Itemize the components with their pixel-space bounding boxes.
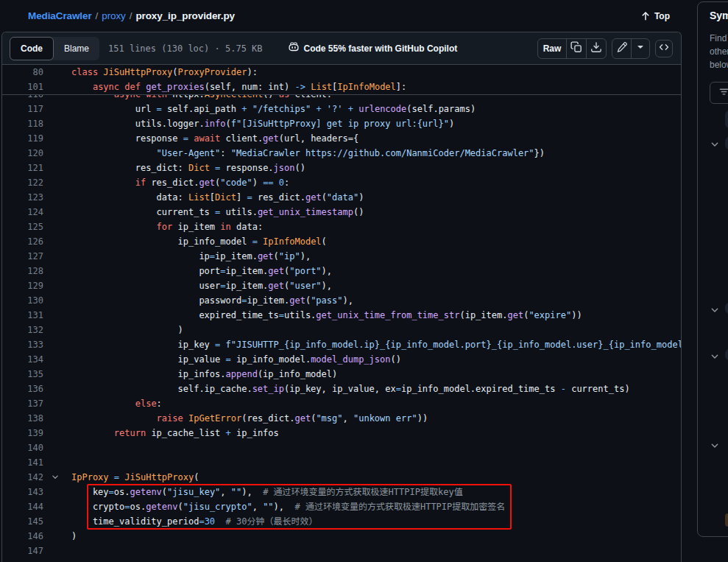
code-line-text: key=os.getenv("jisu_key", ""), # 通过环境变量的… [71, 485, 463, 499]
line-number[interactable]: 122 [2, 175, 43, 190]
code-line-text: async def get_proxies(self, num: int) ->… [71, 80, 406, 94]
code-token: urlencode [358, 104, 406, 114]
download-raw-file-button[interactable] [586, 39, 606, 58]
code-token: ) [71, 325, 183, 335]
code-line-127: 127 ip=ip_item.get("ip"), [2, 249, 681, 264]
symbol-item-chip[interactable] [725, 110, 728, 128]
line-number[interactable]: 132 [2, 323, 43, 337]
code-line-124: 124 current_ts = utils.get_unix_timestam… [2, 205, 681, 219]
code-line-text: else: [71, 396, 162, 411]
code-line-140: 140 [2, 440, 681, 455]
symbol-item-chip[interactable] [725, 303, 728, 314]
code-line-text: utils.logger.info(f"[JiSuHttpProxy] get … [71, 116, 454, 131]
line-number[interactable]: 123 [2, 190, 43, 205]
line-number[interactable]: 140 [2, 440, 43, 455]
code-token: ip_info_model.expired_time_ts [401, 384, 561, 394]
breadcrumb-repo-link[interactable]: MediaCrawler [28, 10, 92, 21]
line-number[interactable]: 130 [2, 293, 43, 308]
line-number[interactable]: 127 [2, 249, 43, 264]
code-token [183, 413, 188, 424]
code-token: port [71, 266, 220, 276]
line-number[interactable]: 139 [2, 426, 43, 440]
line-number[interactable]: 142 [2, 470, 43, 485]
code-token [215, 516, 225, 527]
code-token: ] [236, 192, 247, 203]
line-number[interactable]: 125 [2, 219, 43, 234]
sticky-scope-lines: 80class JiSuHttpProxy(ProxyProvider):101… [2, 65, 681, 95]
code-token: os. [114, 487, 130, 497]
line-number[interactable]: 128 [2, 264, 43, 278]
code-token: : [284, 178, 289, 188]
line-number[interactable]: 126 [2, 234, 43, 249]
symbol-group-chevron-icon[interactable] [710, 305, 720, 318]
line-number[interactable]: 146 [2, 529, 43, 544]
line-number[interactable]: 119 [2, 131, 43, 146]
code-token: "msg" [316, 413, 342, 424]
code-token: append [226, 369, 258, 379]
code-token: get_unix_timestamp [258, 207, 353, 217]
code-token: client. [220, 133, 263, 144]
line-number[interactable]: 117 [2, 102, 43, 116]
line-number[interactable]: 134 [2, 352, 43, 367]
line-number[interactable]: 145 [2, 514, 43, 529]
line-number[interactable]: 120 [2, 146, 43, 161]
code-token: get [289, 295, 305, 306]
symbols-filter-input[interactable] [710, 82, 728, 104]
fold-chevron-icon[interactable] [43, 470, 71, 485]
line-number[interactable]: 131 [2, 308, 43, 323]
code-line-123: 123 data: List[Dict] = res_dict.get("dat… [2, 190, 681, 205]
line-number[interactable]: 137 [2, 396, 43, 411]
code-line-125: 125 for ip_item in data: [2, 219, 681, 234]
code-token: ), [300, 251, 311, 261]
code-token [220, 340, 225, 350]
code-token: time_validity_period [71, 516, 199, 527]
code-token: self.ip_cache. [71, 384, 252, 394]
line-number[interactable]: 118 [2, 116, 43, 131]
code-line-144: 144 crypto=os.getenv("jisu_crypto", ""),… [2, 499, 681, 514]
line-number[interactable]: 135 [2, 367, 43, 382]
code-line-text: res_dict: Dict = response.json() [71, 161, 305, 175]
code-token: [ [210, 192, 215, 203]
line-number[interactable]: 121 [2, 161, 43, 175]
edit-dropdown-button[interactable] [631, 39, 649, 58]
code-token: response [71, 133, 183, 144]
copy-raw-content-button[interactable] [566, 39, 586, 58]
symbols-pane-toggle-button[interactable] [655, 40, 673, 57]
tab-blame[interactable]: Blame [54, 37, 99, 60]
code-token: JiSuHttpProxy [103, 67, 172, 77]
line-number[interactable]: 143 [2, 485, 43, 499]
code-token: "/fetchips" [252, 104, 311, 114]
line-number[interactable]: 124 [2, 205, 43, 219]
line-number[interactable]: 147 [2, 544, 43, 558]
breadcrumb-separator: / [126, 10, 136, 21]
line-number[interactable]: 138 [2, 411, 43, 426]
code-token: IpProxy [71, 472, 109, 482]
download-icon [590, 41, 602, 55]
symbols-description-line: below or in the code. [710, 58, 728, 71]
line-number[interactable]: 144 [2, 499, 43, 514]
line-number[interactable]: 141 [2, 455, 43, 470]
code-token: getenv [130, 487, 162, 497]
raw-button[interactable]: Raw [538, 39, 566, 58]
code-token: get [507, 310, 523, 320]
symbol-group-chevron-icon[interactable] [710, 139, 720, 152]
symbol-item-chip[interactable] [725, 349, 728, 360]
code-token: class [71, 67, 98, 77]
back-to-top-button[interactable]: Top [640, 10, 670, 22]
symbol-group-chevron-icon[interactable] [710, 440, 720, 454]
line-number[interactable]: 136 [2, 382, 43, 396]
line-number[interactable]: 133 [2, 337, 43, 352]
code-line-text: ip_value = ip_info_model.model_dump_json… [71, 352, 401, 367]
line-number[interactable]: 101 [2, 80, 43, 94]
symbol-item-chip[interactable] [725, 137, 728, 150]
edit-file-button[interactable] [612, 39, 631, 58]
code-line-146: 146) [2, 529, 681, 544]
line-number[interactable]: 129 [2, 278, 43, 293]
code-token: = [220, 266, 225, 276]
line-number[interactable]: 80 [2, 65, 43, 80]
code-line-117: 117 url = self.api_path + "/fetchips" + … [2, 102, 681, 116]
symbol-item-chip[interactable] [725, 513, 728, 527]
tab-code[interactable]: Code [10, 37, 54, 60]
symbol-group-chevron-icon[interactable] [710, 351, 720, 365]
breadcrumb-directory-link[interactable]: proxy [102, 10, 126, 21]
